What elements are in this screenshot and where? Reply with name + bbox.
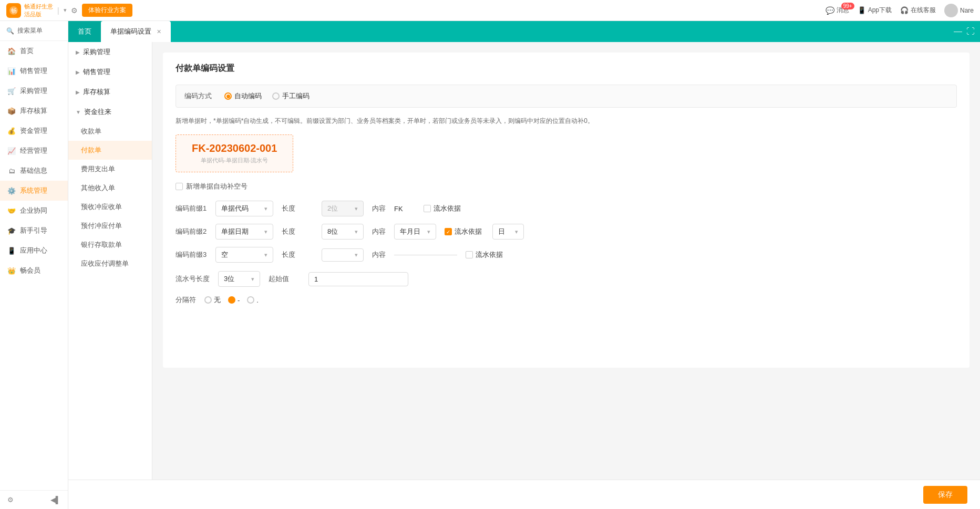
sidebar-item-receipts[interactable]: 收款单 [68,122,152,141]
sep-dot[interactable]: . [247,296,259,304]
second-sidebar: ▶ 采购管理 ▶ 销售管理 ▶ 库存核算 [68,42,152,480]
main-layout: 🔍 搜索菜单 🏠 首页 📊 销售管理 🛒 采购管理 📦 库存核算 💰 [0,21,980,509]
prefix1-select[interactable]: 单据代码 ▾ [215,201,273,216]
tab-minimize-icon[interactable]: — [954,27,962,36]
search-icon: 🔍 [6,27,14,35]
group-sales-title[interactable]: ▶ 销售管理 [68,62,152,82]
prefix1-waterfall-checkbox[interactable] [424,205,431,212]
sidebar-item-apps[interactable]: 📱 应用中心 [0,241,68,261]
prefix2-cycle-select[interactable]: 日 ▾ [492,224,524,240]
avatar [944,4,958,17]
group-capital: ▼ 资金往来 收款单 付款单 费用支出单 其他收入单 预收冲应收单 预付冲应付单… [68,102,152,273]
app-download-button[interactable]: 📱 App下载 [858,6,892,15]
auto-fill-label: 新增单据自动补空号 [186,182,247,191]
serial-start-input[interactable] [308,272,408,286]
sidebar-item-expense[interactable]: 费用支出单 [68,160,152,179]
page-title: 付款单编码设置 [176,63,957,74]
prefix3-select[interactable]: 空 ▾ [215,247,273,263]
inventory-icon: 📦 [7,107,16,115]
form-section: 编码前缀1 单据代码 ▾ 长度 2位 ▾ 内容 FK [176,201,957,263]
prefix3-waterfall-checkbox[interactable] [466,251,473,258]
radio-manual[interactable]: 手工编码 [272,91,310,101]
serial-start-label: 起始值 [269,274,300,284]
sidebar-item-inventory[interactable]: 📦 库存核算 [0,101,68,121]
settings-bottom-icon[interactable]: ⚙ [7,496,14,504]
prefix2-content-arrow: ▾ [427,228,430,235]
prefix2-label: 编码前缀2 [176,227,207,236]
prefix1-row: 编码前缀1 单据代码 ▾ 长度 2位 ▾ 内容 FK [176,201,957,216]
sidebar-item-system[interactable]: ⚙️ 系统管理 [0,181,68,201]
sidebar-item-guide[interactable]: 🎓 新手引导 [0,221,68,241]
sidebar-item-operation[interactable]: 📈 经营管理 [0,141,68,161]
sidebar-item-payment[interactable]: 付款单 [68,141,152,160]
experience-button[interactable]: 体验行业方案 [82,4,132,17]
svg-text:畅: 畅 [11,7,17,14]
top-bar-left: 畅 畅通好生意 活品版 | ▾ ⚙ 体验行业方案 [6,3,132,18]
sidebar-item-member[interactable]: 👑 畅会员 [0,261,68,281]
prefix2-length-select[interactable]: 8位 ▾ [322,224,364,240]
purchase-icon: 🛒 [7,87,16,95]
prefix1-waterfall-label: 流水依据 [434,204,461,213]
system-icon: ⚙️ [7,186,16,195]
content-area: 首页 单据编码设置 ✕ — ⛶ ▶ 采购管理 [68,21,980,509]
prefix3-length-select[interactable]: ▾ [322,248,364,262]
home-icon: 🏠 [7,47,16,55]
dropdown-arrow[interactable]: ▾ [64,7,67,14]
sidebar-item-base[interactable]: 🗂 基础信息 [0,161,68,181]
prefix1-length-select[interactable]: 2位 ▾ [322,201,364,216]
sep-dash[interactable]: - [228,296,240,304]
separator-label: 分隔符 [176,295,196,305]
prefix2-waterfall-checkbox[interactable]: ✓ [445,228,452,235]
message-button[interactable]: 💬 消息 99+ [826,6,849,15]
page-card: 付款单编码设置 编码方式 自动编码 手工编码 [163,53,969,368]
prefix2-select[interactable]: 单据日期 ▾ [215,224,273,240]
sidebar-item-advance-payable[interactable]: 预付冲应付单 [68,216,152,235]
auto-fill-checkbox[interactable] [176,183,183,190]
logo: 畅 畅通好生意 活品版 [6,3,53,18]
group-inventory-title[interactable]: ▶ 库存核算 [68,82,152,102]
prefix2-content-label: 内容 [372,227,386,236]
sidebar-item-enterprise[interactable]: 🤝 企业协同 [0,201,68,221]
tab-home[interactable]: 首页 [68,21,101,42]
tab-encoding[interactable]: 单据编码设置 ✕ [101,21,171,42]
prefix2-waterfall: ✓ 流水依据 [445,227,482,236]
prefix1-length-arrow: ▾ [355,205,358,212]
tab-bar: 首页 单据编码设置 ✕ — ⛶ [68,21,980,42]
operation-icon: 📈 [7,147,16,155]
sidebar-item-adjustment[interactable]: 应收应付调整单 [68,254,152,273]
sep-radio-group: 无 - . [204,295,259,305]
user-info[interactable]: Nare [944,4,974,17]
group-capital-title[interactable]: ▼ 资金往来 [68,102,152,122]
sep-none[interactable]: 无 [204,295,221,305]
top-bar: 畅 畅通好生意 活品版 | ▾ ⚙ 体验行业方案 💬 消息 99+ 📱 App下… [0,0,980,21]
tab-maximize-icon[interactable]: ⛶ [966,27,975,36]
top-right-actions: 💬 消息 99+ 📱 App下载 🎧 在线客服 Nare [826,4,974,17]
sidebar-item-sales[interactable]: 📊 销售管理 [0,61,68,81]
username: Nare [960,7,974,14]
radio-auto[interactable]: 自动编码 [224,91,262,101]
sidebar-item-advance-receivable[interactable]: 预收冲应收单 [68,198,152,216]
prefix3-label: 编码前缀3 [176,250,207,259]
group-arrow-purchase: ▶ [76,49,80,55]
group-purchase-title[interactable]: ▶ 采购管理 [68,42,152,62]
prefix2-length-label: 长度 [282,227,313,236]
prefix3-content-label: 内容 [372,250,386,259]
sidebar-item-purchase[interactable]: 🛒 采购管理 [0,81,68,101]
serial-length-select[interactable]: 3位 ▾ [218,271,260,287]
group-sales: ▶ 销售管理 [68,62,152,82]
settings-icon[interactable]: ⚙ [71,6,78,15]
save-button[interactable]: 保存 [923,486,967,504]
separator-row: 分隔符 无 - . [176,295,957,305]
prefix3-arrow: ▾ [264,252,267,258]
sidebar-item-home[interactable]: 🏠 首页 [0,41,68,61]
sidebar-item-bank-deposit[interactable]: 银行存取款单 [68,235,152,254]
info-text: 新增单据时，*单据编码*自动生成，不可编辑。前缀设置为部门、业务员等档案类，开单… [176,116,957,126]
tab-close-icon[interactable]: ✕ [157,28,161,35]
online-service-button[interactable]: 🎧 在线客服 [900,6,936,15]
sidebar-item-finance[interactable]: 💰 资金管理 [0,121,68,141]
collapse-icon[interactable]: ◀▌ [50,496,60,504]
sidebar-item-other-income[interactable]: 其他收入单 [68,179,152,198]
prefix2-content-select[interactable]: 年月日 ▾ [394,224,436,240]
prefix3-content-value [394,255,457,255]
sidebar-search[interactable]: 🔍 搜索菜单 [0,21,68,41]
